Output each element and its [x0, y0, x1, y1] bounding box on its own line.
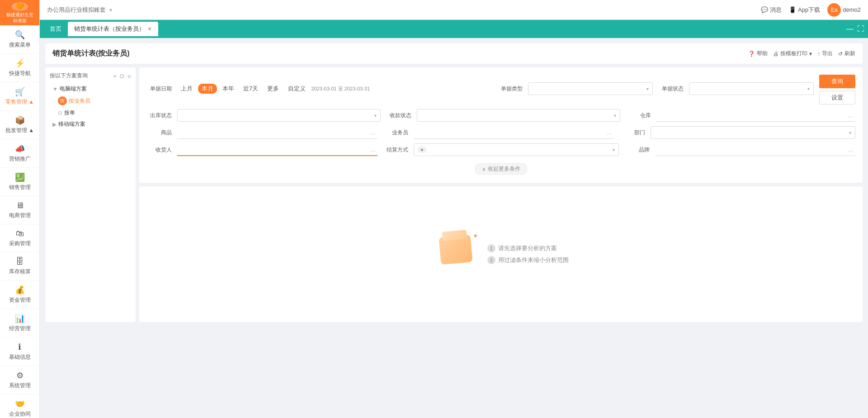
sidebar-item-operations[interactable]: 📊 经营管理 — [0, 309, 39, 337]
tab-close-icon[interactable]: ✕ — [147, 26, 152, 32]
help-label: 帮助 — [757, 50, 768, 57]
date-more-button[interactable]: 更多 — [264, 84, 283, 94]
brand-input[interactable]: … — [655, 143, 855, 156]
settings-scheme-icon[interactable]: ⊙ — [119, 72, 125, 80]
tab-minimize-button[interactable]: — — [846, 25, 854, 33]
doc-type-select[interactable]: ▾ — [528, 82, 653, 95]
right-panel: 单据日期 上月 本月 本年 近7天 更多 自定义 2023-03-01 至 20… — [139, 67, 863, 322]
brand-dots[interactable]: … — [848, 146, 854, 153]
sidebar-item-basic[interactable]: ℹ 基础信息 — [0, 337, 39, 366]
doc-type-label: 单据类型 — [497, 85, 523, 93]
tab-bar: 首页 销货单统计表（按业务员） ✕ — ⛶ — [40, 20, 868, 38]
doc-status-select[interactable]: ▾ — [689, 82, 814, 95]
user-info[interactable]: Ea demo2 — [827, 3, 861, 17]
doc-status-label: 单据状态 — [658, 85, 684, 93]
date-this-year-button[interactable]: 本年 — [219, 84, 238, 94]
page-header: 销货单统计表(按业务员) ❓ 帮助 🖨 按模板打印 ▾ ↑ 导出 ↺ 刷新 — [45, 43, 863, 64]
app-download-button[interactable]: 📱 App下载 — [789, 6, 820, 14]
department-select[interactable]: ▾ — [651, 126, 855, 139]
date-last-month-button[interactable]: 上月 — [177, 84, 196, 94]
date-7days-button[interactable]: 近7天 — [240, 84, 262, 94]
template-print-button[interactable]: 🖨 按模板打印 ▾ — [773, 50, 812, 57]
query-button[interactable]: 查询 — [819, 75, 855, 88]
settle-tag-close[interactable]: × — [420, 147, 423, 152]
app-logo: 🧡 畅捷通好生意标准版 — [0, 0, 40, 25]
tree-item-mobile[interactable]: ▶ 移动端方案 — [50, 119, 131, 130]
sidebar-item-sales[interactable]: 💹 销售管理 — [0, 168, 39, 196]
main-area: 办公用品行业模拟账套 ▾ 💬 消息 📱 App下载 Ea demo2 首页 — [40, 0, 868, 418]
settle-select[interactable]: × ▾ — [414, 143, 618, 156]
template-print-label: 按模板打印 — [780, 50, 807, 57]
tab-sales-stats[interactable]: 销货单统计表（按业务员） ✕ — [68, 22, 158, 36]
tree-desktop-label: 电脑端方案 — [60, 85, 87, 93]
tree-sub-order-icon: ⊙ — [58, 110, 62, 116]
salesperson-input[interactable]: … — [414, 126, 614, 139]
sidebar-item-ecommerce[interactable]: 🖥 电商管理 — [0, 196, 39, 224]
breadcrumb: 办公用品行业模拟账套 — [47, 6, 106, 14]
tree-item-desktop[interactable]: ▼ 电脑端方案 — [50, 83, 131, 95]
left-panel-title: 按以下方案查询 — [50, 72, 88, 80]
date-this-month-button[interactable]: 本月 — [198, 84, 217, 94]
tree-sub-item-by-order[interactable]: ⊙ 按单 — [50, 107, 131, 119]
operations-icon: 📊 — [15, 314, 25, 323]
top-header: 办公用品行业模拟账套 ▾ 💬 消息 📱 App下载 Ea demo2 — [40, 0, 868, 20]
add-scheme-icon[interactable]: + — [113, 72, 117, 80]
sidebar-item-finance[interactable]: 💰 资金管理 — [0, 280, 39, 309]
collapse-button[interactable]: ∧ 收起更多条件 — [475, 163, 527, 175]
goods-dots[interactable]: … — [370, 129, 376, 136]
print-icon: 🖨 — [773, 51, 778, 57]
left-panel: 按以下方案查询 + ⊙ « ▼ 电脑端方案 按 按业务员 — [45, 67, 136, 322]
breadcrumb-dropdown-icon[interactable]: ▾ — [109, 7, 112, 13]
message-button[interactable]: 💬 消息 — [761, 6, 782, 14]
sidebar-item-inventory[interactable]: 🗄 库存核算 — [0, 252, 39, 280]
avatar-text: Ea — [831, 7, 838, 13]
empty-hint-1-text: 请先选择要分析的方案 — [498, 244, 557, 252]
empty-spark-icon: ✦ — [472, 232, 478, 240]
btn-group: 查询 设置 — [819, 73, 855, 104]
receiver-dots[interactable]: … — [370, 146, 376, 153]
settings-button[interactable]: 设置 — [819, 91, 855, 104]
help-button[interactable]: ❓ 帮助 — [748, 50, 768, 57]
marketing-icon: 📣 — [15, 144, 25, 154]
sidebar: 🧡 畅捷通好生意标准版 🔍 搜索菜单 ⚡ 快捷导航 🛒 零售管理 ▲ 📦 批发管… — [0, 0, 40, 418]
print-dropdown-icon: ▾ — [809, 51, 812, 57]
empty-hint-1-num: 1 — [487, 244, 495, 252]
doc-type-arrow-icon: ▾ — [646, 86, 649, 91]
goods-input[interactable]: … — [177, 126, 377, 139]
sidebar-item-system[interactable]: ⚙ 系统管理 — [0, 366, 39, 394]
tab-expand-button[interactable]: ⛶ — [857, 25, 864, 33]
empty-text: 1 请先选择要分析的方案 2 用过滤条件来缩小分析范围 — [487, 244, 569, 264]
sidebar-item-enterprise[interactable]: 🤝 企业协同 — [0, 394, 39, 418]
sidebar-item-search[interactable]: 🔍 搜索菜单 — [0, 25, 39, 54]
warehouse-dots[interactable]: … — [848, 112, 854, 119]
out-status-arrow-icon: ▾ — [374, 113, 377, 118]
collapse-label: 收起更多条件 — [488, 165, 520, 173]
salesperson-dots[interactable]: … — [607, 129, 613, 136]
sidebar-item-purchase[interactable]: 🛍 采购管理 — [0, 224, 39, 252]
sidebar-item-nav[interactable]: ⚡ 快捷导航 — [0, 54, 39, 82]
filter-row-outstatus: 出库状态 ▾ 收款状态 ▾ 仓库 … — [146, 109, 855, 122]
collapse-panel-icon[interactable]: « — [127, 72, 131, 80]
tab-home[interactable]: 首页 — [43, 22, 68, 36]
warehouse-input[interactable]: … — [656, 109, 855, 122]
out-status-select[interactable]: ▾ — [177, 109, 381, 122]
nav-icon: ⚡ — [15, 58, 25, 68]
date-custom-button[interactable]: 自定义 — [284, 84, 309, 94]
sidebar-item-retail[interactable]: 🛒 零售管理 ▲ — [0, 82, 39, 111]
receiver-input[interactable]: … — [177, 143, 377, 156]
receipt-status-select[interactable]: ▾ — [417, 109, 620, 122]
empty-icon: ✦ — [433, 232, 478, 277]
tree-sub-item-by-salesperson[interactable]: 按 按业务员 — [50, 95, 131, 107]
date-range-display: 2023-03-01 至 2023-03-31 — [311, 86, 370, 92]
sidebar-item-marketing[interactable]: 📣 营销推广 — [0, 139, 39, 168]
receipt-status-label: 收款状态 — [386, 112, 411, 119]
left-panel-icons: + ⊙ « — [113, 72, 131, 80]
sidebar-item-wholesale[interactable]: 📦 批发管理 ▲ — [0, 111, 39, 139]
purchase-icon: 🛍 — [16, 229, 24, 238]
date-label: 单据日期 — [146, 85, 172, 93]
export-label: 导出 — [822, 50, 833, 57]
refresh-button[interactable]: ↺ 刷新 — [838, 50, 855, 57]
sidebar-item-label: 营销推广 — [9, 155, 31, 163]
inventory-icon: 🗄 — [16, 257, 24, 266]
export-button[interactable]: ↑ 导出 — [817, 50, 833, 57]
